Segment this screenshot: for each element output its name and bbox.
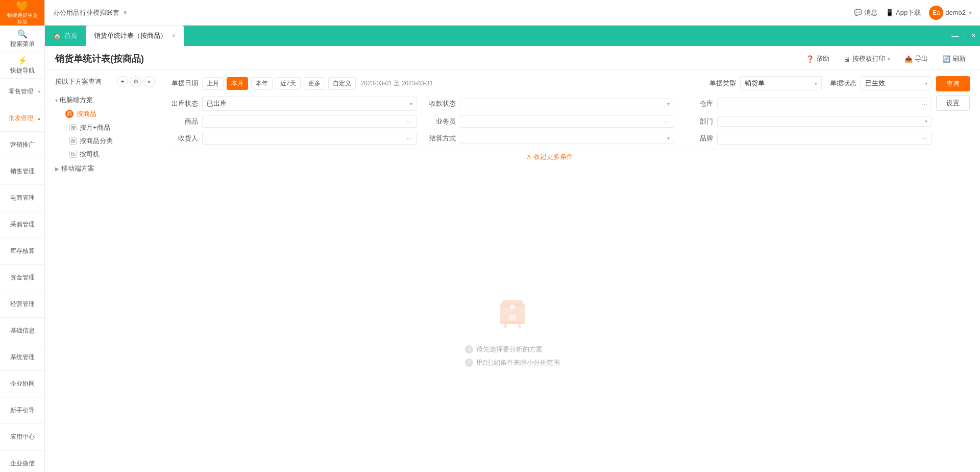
scheme-sub-item-category[interactable]: 按 按商品分类 (55, 134, 157, 148)
window-expand-icon[interactable]: □ (963, 32, 967, 40)
doc-status-arrow: ▾ (925, 81, 927, 86)
scheme-sub-category-label: 按商品分类 (80, 136, 113, 146)
sidebar-item-finance-label: 资金管理 (10, 273, 35, 282)
scheme-item-icon-goods: 商 (65, 110, 74, 118)
sidebar-item-wholesale[interactable]: 批发管理 ▴ (0, 105, 44, 132)
goods-field[interactable]: ··· (202, 115, 417, 128)
sub-icon-category: 按 (69, 137, 77, 145)
settle-field[interactable]: ▾ (460, 133, 675, 144)
settle-cell: 结算方式 ▾ (425, 132, 675, 145)
sidebar-item-sales[interactable]: 销售管理 (0, 158, 44, 185)
sidebar-item-inventory[interactable]: 库存核算 (0, 238, 44, 265)
app-download-label: App下载 (896, 8, 921, 17)
sidebar-item-search[interactable]: 🔍 搜索菜单 (0, 26, 44, 52)
scheme-add-btn[interactable]: + (117, 76, 128, 87)
goods-cell: 商品 ··· (167, 115, 417, 128)
out-status-label: 出库状态 (167, 99, 198, 108)
doc-type-field[interactable]: 销货单 ▾ (740, 76, 822, 90)
receiver-cell: 收货人 ··· (167, 132, 417, 145)
date-btn-thisyear[interactable]: 本年 (251, 77, 273, 90)
scheme-item-goods-label: 按商品 (77, 109, 96, 119)
brand-dots: ··· (922, 134, 927, 142)
payment-field[interactable]: ▾ (460, 99, 675, 109)
sidebar-item-basic[interactable]: 基础信息 (0, 318, 44, 344)
refresh-btn[interactable]: 🔄 刷新 (938, 52, 970, 65)
sidebar-item-finance[interactable]: 资金管理 (0, 265, 44, 291)
dept-arrow: ▾ (925, 119, 927, 124)
svg-rect-6 (518, 322, 521, 328)
scheme-settings-btn[interactable]: ⚙ (130, 76, 141, 87)
refresh-icon: 🔄 (942, 55, 950, 63)
window-minimize-icon[interactable]: — (951, 32, 959, 40)
sidebar-item-system[interactable]: 系统管理 (0, 344, 44, 371)
collapse-label: ∧ 收起更多条件 (526, 153, 574, 160)
mobile-scheme-section[interactable]: ▶ 移动端方案 (55, 161, 157, 176)
doc-type-value: 销货单 (745, 79, 813, 88)
sidebar-item-quicknav[interactable]: ⚡ 快捷导航 (0, 52, 44, 79)
sidebar: 🧡 畅捷通好生意 标版 🔍 搜索菜单 ⚡ 快捷导航 零售管理 ▾ 批发管理 ▴ … (0, 0, 45, 472)
scheme-sub-driver-label: 按司机 (80, 150, 100, 159)
sidebar-item-ecommerce[interactable]: 电商管理 (0, 185, 44, 211)
warehouse-field[interactable]: ··· (717, 98, 932, 110)
payment-label: 收款状态 (425, 99, 456, 108)
date-btn-7days[interactable]: 近7天 (276, 77, 301, 90)
sidebar-item-retail[interactable]: 零售管理 ▾ (0, 79, 44, 105)
date-btn-lastmonth[interactable]: 上月 (202, 77, 224, 90)
settings-button[interactable]: 设置 (936, 96, 970, 111)
svg-rect-5 (504, 322, 507, 328)
filter-scheme-panel: 按以下方案查询 + ⚙ « ▾ 电脑端方案 商 按商品 (55, 70, 157, 182)
sidebar-item-appcenter[interactable]: 应用中心 (0, 424, 44, 451)
pc-section-title[interactable]: ▾ 电脑端方案 (55, 93, 157, 107)
sidebar-item-cooperation[interactable]: 企业协同 (0, 371, 44, 397)
date-label: 单据日期 (167, 79, 198, 88)
filter-row-2: 出库状态 已出库 ▾ 收款状态 ▾ 仓库 (167, 97, 932, 111)
help-btn[interactable]: ❓ 帮助 (802, 52, 834, 65)
dept-field[interactable]: ▾ (717, 116, 932, 127)
hint-item-1: 1 请先选择要分析的方案 (465, 343, 559, 356)
print-btn[interactable]: 🖨 按模板打印 ▾ (840, 52, 894, 65)
sidebar-item-quicknav-label: 快捷导航 (10, 66, 35, 75)
sub-icon-driver: 按 (69, 151, 77, 158)
logo-sub: 标版 (17, 18, 28, 26)
payment-cell: 收款状态 ▾ (425, 97, 675, 111)
header-dropdown-icon[interactable]: ▾ (124, 9, 127, 16)
user-menu[interactable]: Ea demo2 ▾ (929, 6, 972, 20)
sidebar-item-marketing[interactable]: 营销推广 (0, 132, 44, 158)
query-button[interactable]: 查询 (936, 76, 970, 91)
wholesale-arrow-icon: ▴ (38, 115, 40, 121)
warehouse-cell: 仓库 ··· (682, 97, 932, 111)
settle-arrow: ▾ (667, 135, 670, 141)
sidebar-item-wechat-label: 企业微信 (10, 459, 35, 468)
window-close-icon[interactable]: × (971, 31, 976, 40)
out-status-field[interactable]: 已出库 ▾ (202, 97, 417, 111)
salesman-field[interactable]: ··· (460, 115, 675, 128)
collapse-bar[interactable]: ∧ 收起更多条件 (167, 149, 932, 164)
sidebar-item-purchase[interactable]: 采购管理 (0, 211, 44, 238)
scheme-item-by-goods[interactable]: 商 按商品 (55, 107, 157, 121)
message-btn[interactable]: 💬 消息 (854, 8, 877, 17)
date-btn-thismonth[interactable]: 本月 (227, 77, 248, 90)
export-btn[interactable]: 📤 导出 (900, 52, 932, 65)
app-download-btn[interactable]: 📱 App下载 (886, 8, 921, 17)
scheme-sub-item-driver[interactable]: 按 按司机 (55, 148, 157, 161)
sidebar-item-ops[interactable]: 经营管理 (0, 291, 44, 318)
scheme-sub-item-month-goods[interactable]: 按 按月+商品 (55, 121, 157, 134)
receiver-field[interactable]: ··· (202, 132, 417, 145)
sidebar-item-sales-label: 销售管理 (10, 167, 35, 176)
sidebar-item-ecommerce-label: 电商管理 (10, 194, 35, 202)
date-btn-more[interactable]: 更多 (304, 77, 325, 90)
sidebar-item-basic-label: 基础信息 (10, 326, 35, 335)
date-btn-custom[interactable]: 自定义 (328, 77, 356, 90)
payment-arrow: ▾ (667, 101, 670, 107)
scheme-collapse-btn[interactable]: « (143, 76, 155, 87)
tab-active[interactable]: 销货单统计表（按商品） × (86, 26, 184, 46)
doc-status-field[interactable]: 已生效 ▾ (861, 76, 932, 90)
print-label: 按模板打印 (852, 54, 886, 63)
sidebar-item-tutorial[interactable]: 新手引导 (0, 397, 44, 424)
brand-field[interactable]: ··· (717, 132, 932, 145)
warehouse-dots: ··· (922, 100, 927, 108)
logo-icon: 🧡 (16, 0, 29, 12)
tab-home[interactable]: 🏠 首页 (45, 26, 86, 46)
sidebar-item-wechat[interactable]: 企业微信 (0, 451, 44, 472)
tab-close-icon[interactable]: × (172, 32, 176, 39)
